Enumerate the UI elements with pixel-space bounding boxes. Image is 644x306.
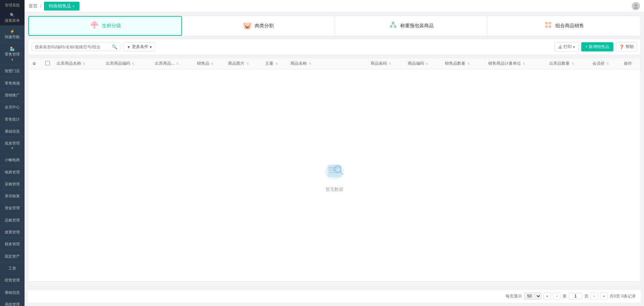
sort-out-product-code[interactable]: ⇅ xyxy=(132,62,135,65)
svg-point-0 xyxy=(634,4,637,7)
sidebar-item-basic-info-1[interactable]: 基础信息 xyxy=(0,125,25,137)
help-button[interactable]: ❓ 帮助 xyxy=(616,42,637,52)
print-button[interactable]: 🖨 打印 ▾ xyxy=(554,42,579,52)
th-product-image[interactable]: 商品图片 ⇅ xyxy=(226,58,263,70)
th-sales-qty[interactable]: 销售品数量 ⇅ xyxy=(443,58,486,70)
sidebar-item-basic-info-2[interactable]: 基础信息 xyxy=(0,287,25,299)
active-tab[interactable]: 特殊销售品 × xyxy=(44,2,79,11)
last-page-button[interactable]: » xyxy=(600,292,608,300)
sort-main-quantity[interactable]: ⇅ xyxy=(275,62,278,65)
search-input[interactable] xyxy=(35,45,110,49)
sidebar-item-marketing[interactable]: 营销推广 xyxy=(0,89,25,101)
combo-icon xyxy=(544,20,553,31)
th-out-qty[interactable]: 出库品数量 ⇅ xyxy=(547,58,590,70)
th-checkbox[interactable] xyxy=(41,58,54,70)
category-tabs: 生鲜分级 🐷 肉类分割 称重预包装商品 xyxy=(28,16,641,36)
search-icon: 🔍 xyxy=(112,44,117,49)
sidebar-item-finance-mgmt[interactable]: 资金管理 xyxy=(0,202,25,214)
sort-out-product-name[interactable]: ⇅ xyxy=(83,62,86,65)
sort-sales-qty[interactable]: ⇅ xyxy=(467,62,470,65)
sort-product-barcode[interactable]: ⇅ xyxy=(389,62,391,65)
svg-point-15 xyxy=(549,22,551,25)
help-icon: ❓ xyxy=(619,45,624,49)
sidebar-item-smart-store[interactable]: 智慧门店 xyxy=(0,65,25,77)
sidebar-item-wholesale-mgmt[interactable]: 批发管理 ▼ xyxy=(0,137,25,154)
sort-sales-product[interactable]: ⇅ xyxy=(211,62,214,65)
quick-nav-icon: ⚡ xyxy=(10,29,15,34)
sidebar-item-ecommerce-small[interactable]: 小畅电商 xyxy=(0,154,25,166)
topbar-right xyxy=(632,2,640,10)
weight-icon xyxy=(389,20,398,31)
th-product-barcode[interactable]: 商品条码 ⇅ xyxy=(369,58,406,70)
cat-tab-meat[interactable]: 🐷 肉类分割 xyxy=(182,16,335,36)
topbar: 首页 / 特殊销售品 × xyxy=(25,0,644,12)
sidebar-item-search-menu[interactable]: 🔍 搜索菜单 xyxy=(0,11,25,26)
cat-tab-fresh[interactable]: 生鲜分级 xyxy=(28,16,182,36)
sidebar: 管理系统 🔍 搜索菜单 ⚡ 快捷导航 🏪 零售管理 ▲ 智慧门店 零售商城 营销… xyxy=(0,0,25,306)
prev-page-button[interactable]: ‹ xyxy=(553,292,560,300)
fresh-icon xyxy=(90,20,99,32)
search-box[interactable]: 🔍 xyxy=(32,43,120,51)
sidebar-item-tax-mgmt[interactable]: 税务管理 xyxy=(0,238,25,250)
sidebar-item-member-center[interactable]: 会员中心 xyxy=(0,101,25,113)
page-size-select[interactable]: 50 10 20 100 xyxy=(524,292,541,300)
svg-point-16 xyxy=(545,25,548,28)
th-operation: 操作 xyxy=(621,58,640,70)
next-page-button[interactable]: › xyxy=(590,292,598,300)
th-sales-product[interactable]: 销售品 ⇅ xyxy=(195,58,226,70)
svg-point-1 xyxy=(634,7,638,9)
cat-tab-combo-label: 组合商品销售 xyxy=(555,23,584,29)
sort-product-code[interactable]: ⇅ xyxy=(426,62,429,65)
sidebar-item-retail-mgmt[interactable]: 🏪 零售管理 ▲ xyxy=(0,43,25,65)
horizontal-scrollbar[interactable] xyxy=(28,281,640,286)
empty-state: 暂无数据 xyxy=(28,70,640,281)
th-sales-unit[interactable]: 销售商品计量单位 ⇅ xyxy=(486,58,547,70)
sort-out-qty[interactable]: ⇅ xyxy=(572,62,574,65)
add-button[interactable]: + 新增销售品 xyxy=(581,42,613,51)
sidebar-item-quick-nav[interactable]: ⚡ 快捷导航 xyxy=(0,26,25,43)
cat-tab-weight[interactable]: 称重预包装商品 xyxy=(335,16,488,36)
th-out-product-spec[interactable]: 出库商品... ⇅ xyxy=(153,58,195,70)
sidebar-item-ecommerce-mgmt[interactable]: 电商管理 xyxy=(0,166,25,178)
empty-text: 暂无数据 xyxy=(326,186,343,193)
sidebar-item-invoice-mgmt[interactable]: 发票管理 xyxy=(0,226,25,238)
sort-member-price[interactable]: ⇅ xyxy=(606,62,609,65)
sidebar-item-inventory[interactable]: 库存核算 xyxy=(0,190,25,202)
filter-button[interactable]: ▼ 更多条件 ▾ xyxy=(123,42,155,51)
svg-rect-19 xyxy=(328,165,341,177)
cat-tab-weight-label: 称重预包装商品 xyxy=(400,23,434,29)
toolbar: 🔍 ▼ 更多条件 ▾ 🖨 打印 ▾ + 新增销售品 ❓ 帮助 xyxy=(28,39,641,55)
cat-tab-meat-label: 肉类分割 xyxy=(255,23,274,29)
sidebar-item-salary[interactable]: 工资 xyxy=(0,262,25,274)
sidebar-item-ledger-mgmt[interactable]: 总账管理 xyxy=(0,214,25,226)
th-main-quantity[interactable]: 主量 ⇅ xyxy=(263,58,288,70)
cat-tab-combo[interactable]: 组合商品销售 xyxy=(488,16,640,36)
th-product-name[interactable]: 商品名称 ⇅ xyxy=(288,58,369,70)
sidebar-item-purchase-mgmt[interactable]: 采购管理 xyxy=(0,178,25,190)
sidebar-item-business-mgmt[interactable]: 经营管理 xyxy=(0,274,25,286)
page-label: 第 xyxy=(563,293,567,299)
sort-sales-unit[interactable]: ⇅ xyxy=(523,62,525,65)
sort-product-image[interactable]: ⇅ xyxy=(246,62,249,65)
close-tab-icon[interactable]: × xyxy=(72,4,74,8)
cat-tab-fresh-label: 生鲜分级 xyxy=(102,23,121,29)
th-product-code[interactable]: 商品编码 ⇅ xyxy=(406,58,443,70)
page-input[interactable] xyxy=(569,293,582,300)
th-member-price[interactable]: 会员价 ⇅ xyxy=(590,58,621,70)
pagination-bar: 每页显示 50 10 20 100 « ‹ 第 页 › » 共0页 0条记录 xyxy=(28,289,641,303)
sidebar-logo: 管理系统 xyxy=(0,0,25,11)
breadcrumb-home[interactable]: 首页 xyxy=(29,3,38,9)
sidebar-item-retail-mall[interactable]: 零售商城 xyxy=(0,77,25,89)
th-out-product-code[interactable]: 出库商品编码 ⇅ xyxy=(103,58,152,70)
first-page-button[interactable]: « xyxy=(543,292,551,300)
th-out-product-name[interactable]: 出库商品名称 ⇅ xyxy=(54,58,103,70)
sidebar-item-system-mgmt[interactable]: 系统管理 xyxy=(0,299,25,306)
th-settings[interactable]: ⚙ xyxy=(28,58,41,70)
select-all-checkbox[interactable] xyxy=(45,61,50,65)
sort-out-product-spec[interactable]: ⇅ xyxy=(176,62,179,65)
wholesale-arrow: ▼ xyxy=(11,147,14,151)
sidebar-item-fixed-assets[interactable]: 固定资产 xyxy=(0,250,25,262)
sidebar-item-retail-stats[interactable]: 零售统计 xyxy=(0,113,25,125)
sort-product-name[interactable]: ⇅ xyxy=(309,62,312,65)
retail-mgmt-arrow: ▲ xyxy=(11,58,14,62)
